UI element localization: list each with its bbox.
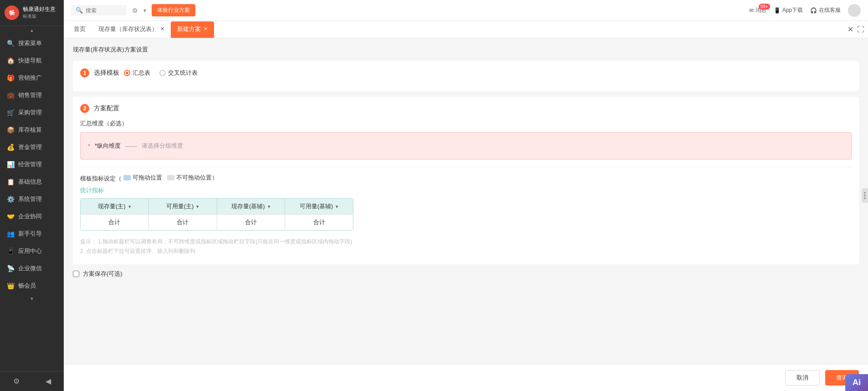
radio-cross[interactable]: 交叉统计表 xyxy=(159,69,198,77)
sidebar-item-sales[interactable]: 💼 销售管理 xyxy=(0,87,64,104)
sidebar-item-quick-nav[interactable]: 🏠 快捷导航 xyxy=(0,52,64,69)
stat-cell-1: 合计 xyxy=(149,215,217,230)
save-checkbox[interactable] xyxy=(73,271,79,277)
operations-icon: 📊 xyxy=(6,161,15,168)
tab-home[interactable]: 首页 xyxy=(67,21,92,38)
stat-table-header: 现存量(主) ▾ 可用量(主) ▾ 现存量(基辅) ▾ 可用量(基辅) ▾ xyxy=(81,199,353,214)
sidebar-item-newbie[interactable]: 👥 新手引导 xyxy=(0,225,64,242)
basic-info-icon: 📋 xyxy=(6,178,15,185)
quick-nav-icon: 🏠 xyxy=(6,57,15,64)
system-icon: ⚙️ xyxy=(6,196,15,203)
sidebar-item-marketing[interactable]: 🎁 营销推广 xyxy=(0,69,64,87)
page-title: 现存量(库存状况表)方案设置 xyxy=(73,46,859,54)
sidebar-item-label: 营销推广 xyxy=(18,74,42,82)
member-icon: 👑 xyxy=(6,282,15,289)
sidebar-item-inventory[interactable]: 📦 库存核算 xyxy=(0,121,64,139)
sidebar-item-label: 采购管理 xyxy=(18,108,42,117)
sidebar-item-purchase[interactable]: 🛒 采购管理 xyxy=(0,104,64,121)
sidebar-bottom: ⚙ ◀ xyxy=(0,371,64,391)
app-version: 标准版 xyxy=(23,13,56,20)
sidebar-item-label: 基础信息 xyxy=(18,178,42,186)
search-box[interactable]: 🔍 xyxy=(71,5,127,15)
ai-badge[interactable]: Ai xyxy=(845,374,868,391)
tabbar: 首页 现存量（库存状况表） ✕ 新建方案 ✕ ✕ ⛶ xyxy=(64,21,868,38)
dimension-area: * *纵向维度 —— 请选择分组维度 xyxy=(80,132,852,159)
step1-section: 1 选择模板 汇总表 交叉统计表 xyxy=(73,61,859,91)
search-input[interactable] xyxy=(86,7,122,14)
logo-icon: 畅 xyxy=(5,5,19,20)
sidebar-item-member[interactable]: 👑 畅会员 xyxy=(0,277,64,294)
corp-icon: 🤝 xyxy=(6,213,15,220)
dim-placeholder[interactable]: 请选择分组维度 xyxy=(142,142,183,150)
cancel-button[interactable]: 取消 xyxy=(785,370,820,386)
step2-section: 2 方案配置 汇总维度（必选） * *纵向维度 —— 请选择分组维度 模板指标设… xyxy=(73,97,859,264)
col-chevron-0[interactable]: ▾ xyxy=(128,204,131,210)
collapse-button[interactable]: ◀ xyxy=(42,375,55,387)
radio-summary[interactable]: 汇总表 xyxy=(124,69,150,77)
user-avatar[interactable] xyxy=(848,4,861,17)
dim-arrow: —— xyxy=(125,143,137,149)
col-chevron-2[interactable]: ▾ xyxy=(268,204,271,210)
col-header-1[interactable]: 可用量(主) ▾ xyxy=(149,199,217,214)
col-chevron-1[interactable]: ▾ xyxy=(196,204,199,210)
stat-cell-3: 合计 xyxy=(285,215,353,230)
indicator-setting-label: 模板指标设定（ 可拖动位置 不可拖动位置） xyxy=(80,174,852,183)
finance-icon: 💰 xyxy=(6,144,15,151)
stat-cell-2: 合计 xyxy=(217,215,286,230)
col-chevron-3[interactable]: ▾ xyxy=(336,204,338,210)
sidebar-item-corp[interactable]: 🤝 企业协同 xyxy=(0,208,64,225)
non-draggable-legend-text: 不可拖动位置） xyxy=(176,174,218,182)
sidebar-scroll-down[interactable]: ▼ xyxy=(0,294,64,303)
sidebar-item-search-menu[interactable]: 🔍 搜索菜单 xyxy=(0,35,64,52)
purchase-icon: 🛒 xyxy=(6,109,15,116)
draggable-legend-box xyxy=(123,175,131,180)
app-download-button[interactable]: 📱 App下载 xyxy=(774,6,803,14)
radio-summary-label: 汇总表 xyxy=(133,69,150,77)
new-plan-tab-label: 新建方案 xyxy=(177,25,201,33)
inventory-icon: 📦 xyxy=(6,126,15,134)
sidebar-item-finance[interactable]: 💰 资金管理 xyxy=(0,139,64,156)
settings-button[interactable]: ⚙ xyxy=(10,375,23,387)
sidebar-item-system[interactable]: ⚙️ 系统管理 xyxy=(0,190,64,208)
sidebar-item-basic-info[interactable]: 📋 基础信息 xyxy=(0,173,64,190)
radio-cross-circle xyxy=(159,70,166,76)
window-close-icon[interactable]: ✕ xyxy=(848,25,853,34)
col-name-3: 可用量(基辅) xyxy=(300,202,333,211)
sidebar-item-app-center[interactable]: 📱 应用中心 xyxy=(0,242,64,260)
sidebar-item-operations[interactable]: 📊 经营管理 xyxy=(0,156,64,173)
dim-label: *纵向维度 xyxy=(95,142,121,150)
inventory-tab-close[interactable]: ✕ xyxy=(160,26,164,32)
sidebar-item-label: 应用中心 xyxy=(18,247,42,255)
radio-cross-label: 交叉统计表 xyxy=(168,69,198,77)
online-service-button[interactable]: 🎧 在线客服 xyxy=(810,6,841,14)
service-icon: 🎧 xyxy=(810,7,817,14)
trial-button[interactable]: 体验行业方案 xyxy=(152,4,195,16)
stat-cell-0: 合计 xyxy=(81,215,149,230)
right-scroll-handle[interactable] xyxy=(862,188,868,203)
tips-section: 提示： 1.拖动标题栏可以调整布局，不可跨维度或指标区域拖动栏目字段(只能在同一… xyxy=(80,238,852,255)
window-expand-icon[interactable]: ⛶ xyxy=(857,26,864,34)
main-area: 🔍 ⚙ ▾ 体验行业方案 ✉ 消息 99+ 📱 App下载 🎧 在线客服 xyxy=(64,0,868,391)
topbar-right: ✉ 消息 99+ 📱 App下载 🎧 在线客服 xyxy=(749,4,861,17)
sidebar-item-label: 畅会员 xyxy=(18,282,36,290)
col-header-2[interactable]: 现存量(基辅) ▾ xyxy=(217,199,286,214)
dropdown-icon[interactable]: ▾ xyxy=(143,7,146,14)
dimension-row: * *纵向维度 —— 请选择分组维度 xyxy=(88,142,844,150)
tip-2: 2. 点击标题栏下拉可设置排序、插入列和删除列 xyxy=(80,247,852,255)
sidebar-scroll-up[interactable]: ▲ xyxy=(0,26,64,35)
sidebar-item-wechat[interactable]: 📡 企业微信 xyxy=(0,260,64,277)
tab-inventory-status[interactable]: 现存量（库存状况表） ✕ xyxy=(92,21,171,38)
sidebar-item-label: 资金管理 xyxy=(18,143,42,151)
search-icon: 🔍 xyxy=(76,7,83,14)
sidebar-item-label: 企业微信 xyxy=(18,264,42,273)
save-label: 方案保存(可选) xyxy=(83,270,123,278)
tab-new-plan[interactable]: 新建方案 ✕ xyxy=(171,21,214,38)
message-button[interactable]: ✉ 消息 99+ xyxy=(749,6,766,14)
col-header-3[interactable]: 可用量(基辅) ▾ xyxy=(285,199,353,214)
indicator-label-text: 模板指标设定（ xyxy=(80,175,122,182)
gear-icon[interactable]: ⚙ xyxy=(132,7,138,14)
new-plan-tab-close[interactable]: ✕ xyxy=(204,26,208,32)
step1-number: 1 xyxy=(80,68,89,77)
save-option-row: 方案保存(可选) xyxy=(73,270,859,278)
col-header-0[interactable]: 现存量(主) ▾ xyxy=(81,199,149,214)
